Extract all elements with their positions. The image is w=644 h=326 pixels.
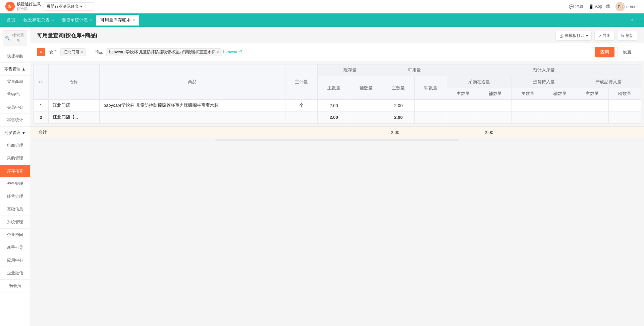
refresh-btn[interactable]: ↻ 刷新 bbox=[617, 31, 637, 41]
main-layout: 🔍 搜索菜单 快捷导航 零售管理 ▲ 零售商城 营销推广 会员中心 零售统计 批… bbox=[0, 27, 644, 326]
sidebar-item-marketing-label: 营销推广 bbox=[7, 92, 23, 97]
tab-order-stats-close[interactable]: × bbox=[90, 18, 92, 22]
search-menu-btn[interactable]: 🔍 搜索菜单 bbox=[3, 30, 27, 46]
username-label: demo2 bbox=[626, 4, 639, 9]
cell-available-aux bbox=[415, 100, 447, 111]
footer-available-main: 2.00 bbox=[472, 130, 506, 135]
warehouse-tag-label: 江北门店 bbox=[63, 49, 79, 55]
content-area: 可用量查询(按仓库+商品) 🖨 按模板打印 ▾ ↗ 导出 ↻ 刷新 » bbox=[30, 27, 644, 326]
cell-warehouse: 江北门店 bbox=[49, 100, 100, 111]
sidebar-item-app-center[interactable]: 应用中心 bbox=[0, 254, 30, 267]
message-action[interactable]: 💬 消息 bbox=[569, 4, 583, 9]
cell-main-unit: 个 bbox=[285, 100, 318, 111]
cell-purchase-arrival-aux bbox=[544, 100, 576, 111]
sidebar-item-operations[interactable]: 经营管理 bbox=[0, 190, 30, 203]
top-bar-right: 💬 消息 📱 App下载 Ea demo2 bbox=[569, 2, 639, 11]
tab-home-label: 首页 bbox=[7, 17, 15, 23]
refresh-label: 刷新 bbox=[626, 33, 634, 39]
logo-text: 畅捷通好生意 bbox=[17, 2, 41, 6]
footer-label: 合计 bbox=[34, 129, 51, 135]
footer-current-main: 2.00 bbox=[378, 130, 412, 135]
tab-home[interactable]: 首页 bbox=[3, 15, 19, 26]
sidebar: 🔍 搜索菜单 快捷导航 零售管理 ▲ 零售商城 营销推广 会员中心 零售统计 批… bbox=[0, 27, 30, 326]
sidebar-item-basic-info-label: 基础信息 bbox=[7, 207, 23, 212]
sidebar-item-retail-mall-label: 零售商城 bbox=[7, 79, 23, 84]
col-expected-in-group: 预计入库量 bbox=[447, 64, 641, 76]
query-btn[interactable]: 查询 bbox=[595, 47, 614, 57]
export-btn[interactable]: ↗ 导出 bbox=[594, 31, 614, 41]
sidebar-item-vip[interactable]: 畅会员 bbox=[0, 280, 30, 292]
export-icon: ↗ bbox=[598, 34, 601, 38]
page-actions: 🖨 按模板打印 ▾ ↗ 导出 ↻ 刷新 bbox=[555, 31, 637, 41]
product-tag-babycare: babycare学饮杯 儿童防摔防撞吸管杯重力球吸嘴杯宝宝水杯 × bbox=[106, 48, 222, 56]
sidebar-item-wholesale-label: 批发管理 bbox=[4, 130, 20, 136]
search-menu-label: 搜索菜单 bbox=[11, 33, 25, 44]
sidebar-item-retail-management-label: 零售管理 bbox=[4, 66, 20, 72]
expand-icon[interactable]: ⛶ bbox=[637, 17, 641, 23]
sidebar-item-ecommerce[interactable]: 电商管理 bbox=[0, 139, 30, 152]
col-purchase-onway-aux: 辅数量 bbox=[479, 88, 512, 100]
sidebar-item-basic-info[interactable]: 基础信息 bbox=[0, 203, 30, 216]
app-download-action[interactable]: 📱 App下载 bbox=[589, 4, 610, 9]
sidebar-item-new-guide[interactable]: 新手引导 bbox=[0, 241, 30, 254]
sidebar-item-retail-management[interactable]: 零售管理 ▲ bbox=[0, 63, 30, 76]
chevron-print: ▾ bbox=[586, 34, 588, 38]
cell-purchase-onway-main bbox=[447, 100, 479, 111]
cell-purchase-arrival-main bbox=[512, 100, 544, 111]
settings-icon[interactable]: ⚙ bbox=[38, 79, 44, 85]
col-current-stock-group: 现存量 bbox=[318, 64, 382, 76]
filter-actions: 查询 设置 bbox=[595, 47, 637, 57]
tab-order-stats[interactable]: 要货单统计表 × bbox=[58, 15, 96, 26]
table-row: 2 江北门店【... 2.00 2.00 bbox=[34, 111, 641, 123]
sidebar-item-marketing[interactable]: 营销推广 bbox=[0, 88, 30, 101]
sidebar-item-app-center-label: 应用中心 bbox=[7, 258, 23, 263]
download-icon: 📱 bbox=[589, 4, 594, 9]
sidebar-item-retail-mall[interactable]: 零售商城 bbox=[0, 76, 30, 88]
settings-btn[interactable]: 设置 bbox=[617, 47, 637, 57]
product-filter-tags: babycare学饮杯 儿童防摔防撞吸管杯重力球吸嘴杯宝宝水杯 × babyca… bbox=[106, 48, 245, 56]
product-more[interactable]: babycare?... bbox=[223, 50, 246, 54]
sidebar-item-member-center[interactable]: 会员中心 bbox=[0, 101, 30, 114]
sidebar-item-new-guide-label: 新手引导 bbox=[7, 245, 23, 250]
product-tag-remove[interactable]: × bbox=[217, 50, 219, 54]
col-current-main: 主数量 bbox=[318, 76, 350, 100]
close-all-tabs[interactable]: × bbox=[631, 17, 634, 23]
sidebar-item-purchase[interactable]: 采购管理 bbox=[0, 152, 30, 165]
search-icon: 🔍 bbox=[5, 36, 10, 41]
col-purchase-arrival-group: 进货待入量 bbox=[512, 76, 576, 88]
cell-purchase-onway-main-subtotal bbox=[447, 111, 479, 123]
cell-current-main-subtotal: 2.00 bbox=[318, 111, 350, 123]
tab-available-inventory[interactable]: 可用量库存账本 × bbox=[96, 15, 139, 26]
col-main-unit-header: 主计量 bbox=[285, 64, 318, 100]
sidebar-item-finance[interactable]: 资金管理 bbox=[0, 178, 30, 190]
tab-receive-send[interactable]: 收发存汇总表 × bbox=[19, 15, 58, 26]
cell-available-main-subtotal: 2.00 bbox=[382, 111, 415, 123]
horizontal-scrollbar[interactable] bbox=[215, 139, 459, 141]
logo-subtext: 标准版 bbox=[17, 6, 41, 11]
sidebar-item-enterprise-wechat[interactable]: 企业微信 bbox=[0, 267, 30, 280]
user-area[interactable]: Ea demo2 bbox=[615, 2, 639, 11]
filter-expand-btn[interactable]: » bbox=[37, 48, 45, 56]
app-download-label: App下载 bbox=[595, 4, 610, 9]
tab-receive-send-close[interactable]: × bbox=[52, 18, 54, 22]
sidebar-item-inventory-label: 库存核算 bbox=[7, 168, 23, 174]
warehouse-tag-remove[interactable]: × bbox=[81, 50, 83, 54]
logo-area: 好 畅捷通好生意 标准版 bbox=[5, 2, 41, 11]
print-by-template-btn[interactable]: 🖨 按模板打印 ▾ bbox=[555, 31, 592, 41]
sidebar-item-wholesale[interactable]: 批发管理 ▼ bbox=[0, 127, 30, 139]
sidebar-item-enterprise-collab[interactable]: 企业协同 bbox=[0, 229, 30, 241]
industry-select[interactable]: 母婴行业演示账套 ▾ bbox=[44, 2, 94, 11]
cell-row-num: 1 bbox=[34, 100, 49, 111]
sidebar-item-system[interactable]: 系统管理 bbox=[0, 216, 30, 229]
col-product-header: 商品 bbox=[99, 64, 285, 100]
tab-available-inventory-close[interactable]: × bbox=[133, 18, 135, 22]
sidebar-item-quicknav[interactable]: 快捷导航 bbox=[0, 50, 30, 63]
sidebar-item-ecommerce-label: 电商管理 bbox=[7, 143, 23, 148]
window-controls: × ⛶ bbox=[631, 17, 641, 23]
cell-product: babycare学饮杯 儿童防摔防撞吸管杯重力球吸嘴杯宝宝水杯 bbox=[99, 100, 285, 111]
message-icon: 💬 bbox=[569, 4, 574, 9]
col-purchase-arrival-main: 主数量 bbox=[512, 88, 544, 100]
warehouse-more[interactable]: ... bbox=[87, 50, 91, 54]
sidebar-item-retail-stats[interactable]: 零售统计 bbox=[0, 114, 30, 127]
sidebar-item-inventory[interactable]: 库存核算 bbox=[0, 165, 30, 178]
